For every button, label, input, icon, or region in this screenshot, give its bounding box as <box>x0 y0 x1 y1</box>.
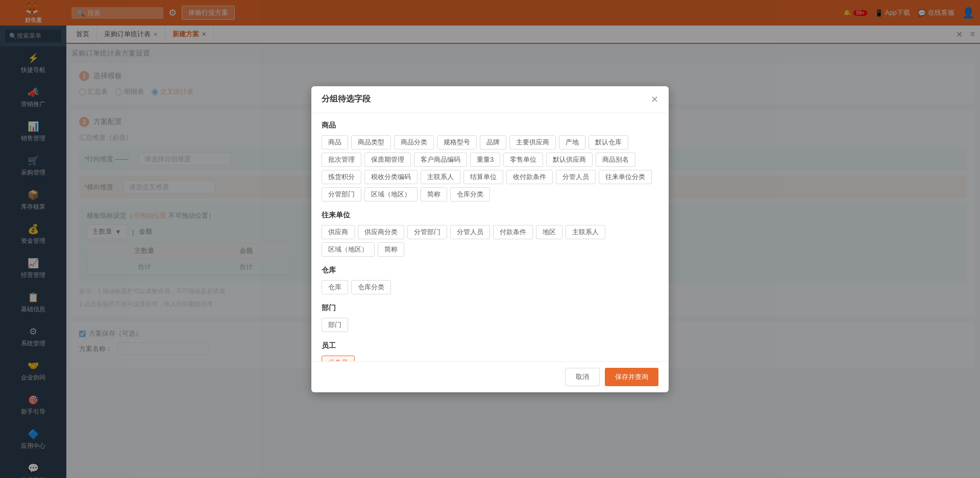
modal-dialog: 分组待选字段 ✕ 商品 商品 商品类型 商品分类 规格型号 品牌 主要供应商 产… <box>311 86 669 392</box>
field-tag-wh[interactable]: 仓库 <box>322 280 348 294</box>
field-tag-retail-unit[interactable]: 零售单位 <box>503 153 543 167</box>
field-section-warehouse: 仓库 仓库 仓库分类 <box>322 266 658 294</box>
partner-field-tags: 供应商 供应商分类 分管部门 分管人员 付款条件 地区 主联系人 区域（地区） … <box>322 225 658 257</box>
field-tag-product-alias[interactable]: 商品别名 <box>596 153 635 167</box>
field-tag-batch-mgmt[interactable]: 批次管理 <box>322 153 361 167</box>
field-tag-partner-dept[interactable]: 分管部门 <box>407 225 447 239</box>
modal-overlay: 分组待选字段 ✕ 商品 商品 商品类型 商品分类 规格型号 品牌 主要供应商 产… <box>0 0 980 478</box>
warehouse-field-tags: 仓库 仓库分类 <box>322 280 658 294</box>
modal-cancel-button[interactable]: 取消 <box>565 368 600 386</box>
field-tag-weight[interactable]: 重量3 <box>470 153 500 167</box>
field-tag-origin[interactable]: 产地 <box>559 135 585 149</box>
field-tag-region[interactable]: 区域（地区） <box>364 187 418 202</box>
field-tag-dept[interactable]: 分管部门 <box>322 187 361 202</box>
field-tag-salesperson[interactable]: 业务员 <box>322 356 355 361</box>
field-tag-tax-code[interactable]: 税收分类编码 <box>364 170 418 184</box>
field-tag-pay-condition[interactable]: 付款条件 <box>493 225 533 239</box>
field-tag-pick-score[interactable]: 拣货积分 <box>322 170 361 184</box>
section-title-product: 商品 <box>322 121 658 130</box>
field-tag-area[interactable]: 地区 <box>536 225 562 239</box>
section-title-warehouse: 仓库 <box>322 266 658 275</box>
employee-field-tags: 业务员 <box>322 356 658 361</box>
field-tag-partner-manager[interactable]: 分管人员 <box>450 225 490 239</box>
field-tag-manager[interactable]: 分管人员 <box>556 170 596 184</box>
section-title-partner: 往来单位 <box>322 211 658 220</box>
field-tag-partner-contact[interactable]: 主联系人 <box>566 225 605 239</box>
field-tag-partner-short[interactable]: 简称 <box>378 242 404 257</box>
field-tag-customer-code[interactable]: 客户商品编码 <box>414 153 467 167</box>
field-tag-main-contact[interactable]: 主联系人 <box>421 170 460 184</box>
field-tag-settle-unit[interactable]: 结算单位 <box>463 170 503 184</box>
section-title-employee: 员工 <box>322 341 658 350</box>
field-section-department: 部门 部门 <box>322 304 658 332</box>
field-section-product: 商品 商品 商品类型 商品分类 规格型号 品牌 主要供应商 产地 默认仓库 批次… <box>322 121 658 202</box>
modal-header: 分组待选字段 ✕ <box>311 86 669 113</box>
modal-close-button[interactable]: ✕ <box>651 94 658 105</box>
field-tag-default-supplier[interactable]: 默认供应商 <box>546 153 593 167</box>
field-tag-expiry-mgmt[interactable]: 保质期管理 <box>364 153 411 167</box>
modal-footer: 取消 保存并查询 <box>311 361 669 392</box>
field-tag-main-supplier[interactable]: 主要供应商 <box>509 135 556 149</box>
field-tag-supplier-cat[interactable]: 供应商分类 <box>358 225 404 239</box>
field-tag-payment-terms[interactable]: 收付款条件 <box>506 170 553 184</box>
modal-body: 商品 商品 商品类型 商品分类 规格型号 品牌 主要供应商 产地 默认仓库 批次… <box>311 113 669 361</box>
field-tag-default-warehouse[interactable]: 默认仓库 <box>589 135 628 149</box>
department-field-tags: 部门 <box>322 318 658 332</box>
product-field-tags: 商品 商品类型 商品分类 规格型号 品牌 主要供应商 产地 默认仓库 批次管理 … <box>322 135 658 202</box>
modal-confirm-button[interactable]: 保存并查询 <box>605 368 658 386</box>
field-section-partner: 往来单位 供应商 供应商分类 分管部门 分管人员 付款条件 地区 主联系人 区域… <box>322 211 658 257</box>
field-tag-wh-cat[interactable]: 仓库分类 <box>351 280 391 294</box>
field-tag-product-category[interactable]: 商品分类 <box>394 135 434 149</box>
field-tag-partner-region[interactable]: 区域（地区） <box>322 242 375 257</box>
field-tag-warehouse-cat[interactable]: 仓库分类 <box>450 187 490 202</box>
field-tag-partner-category[interactable]: 往来单位分类 <box>599 170 652 184</box>
field-tag-product-type[interactable]: 商品类型 <box>351 135 391 149</box>
field-tag-department[interactable]: 部门 <box>322 318 348 332</box>
field-tag-short-name[interactable]: 简称 <box>421 187 447 202</box>
modal-title: 分组待选字段 <box>322 94 371 105</box>
field-tag-supplier[interactable]: 供应商 <box>322 225 355 239</box>
field-tag-product[interactable]: 商品 <box>322 135 348 149</box>
field-tag-brand[interactable]: 品牌 <box>480 135 506 149</box>
field-tag-spec-model[interactable]: 规格型号 <box>437 135 477 149</box>
section-title-department: 部门 <box>322 304 658 313</box>
field-section-employee: 员工 业务员 <box>322 341 658 361</box>
